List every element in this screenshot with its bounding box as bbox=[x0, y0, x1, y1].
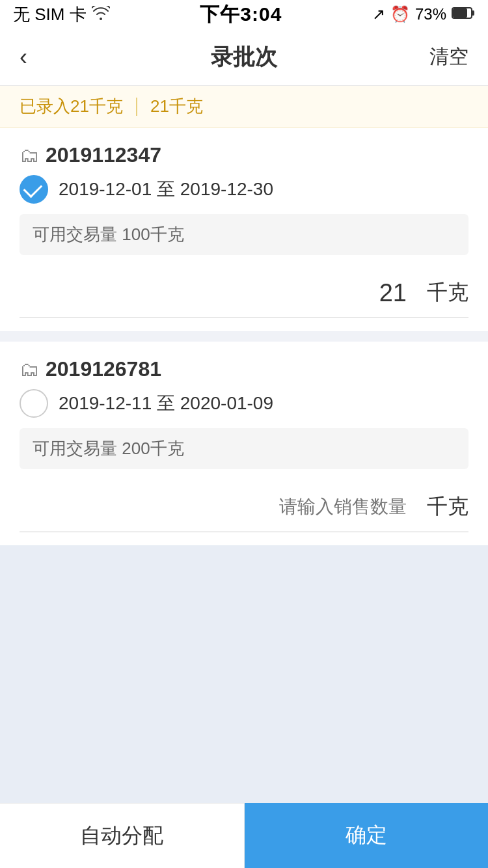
sim-label: 无 SIM 卡 bbox=[13, 3, 87, 26]
batch-id-2: 2019126781 bbox=[46, 357, 161, 381]
batch-date-1: 2019-12-01 至 2019-12-30 bbox=[59, 177, 273, 202]
info-banner: 已录入21千克 21千克 bbox=[0, 86, 488, 128]
batch-header-2: 🗂 2019126781 bbox=[20, 357, 468, 381]
quantity-input-1[interactable] bbox=[338, 279, 416, 307]
batch-item-2: 🗂 2019126781 2019-12-11 至 2020-01-09 可用交… bbox=[0, 342, 488, 469]
batch-card-1: 🗂 2019112347 2019-12-01 至 2019-12-30 可用交… bbox=[0, 128, 488, 331]
batch-row-2: 2019-12-11 至 2020-01-09 bbox=[20, 389, 468, 418]
quantity-unit-2: 千克 bbox=[427, 493, 468, 521]
card-separator bbox=[0, 331, 488, 342]
back-button[interactable]: ‹ bbox=[20, 44, 59, 71]
quantity-row-1: 千克 bbox=[0, 268, 488, 318]
battery-icon bbox=[452, 5, 475, 23]
card-bottom-pad-1 bbox=[0, 318, 488, 331]
svg-rect-2 bbox=[453, 8, 467, 18]
info-divider bbox=[136, 98, 137, 116]
nav-bar: ‹ 录批次 清空 bbox=[0, 29, 488, 86]
alarm-icon: ⏰ bbox=[390, 5, 410, 23]
card-bottom-pad-2 bbox=[0, 532, 488, 545]
batch-row-1: 2019-12-01 至 2019-12-30 bbox=[20, 175, 468, 204]
clear-button[interactable]: 清空 bbox=[429, 44, 468, 70]
batch-icon-1: 🗂 bbox=[20, 144, 39, 167]
batch-availability-2: 可用交易量 200千克 bbox=[20, 428, 468, 469]
status-left: 无 SIM 卡 bbox=[13, 3, 110, 26]
quantity-unit-1: 千克 bbox=[427, 278, 468, 307]
radio-2[interactable] bbox=[20, 389, 48, 418]
svg-rect-1 bbox=[472, 10, 474, 16]
status-time: 下午3:04 bbox=[200, 1, 282, 28]
battery-label: 73% bbox=[415, 5, 446, 23]
bottom-bar: 自动分配 确定 bbox=[0, 803, 488, 868]
quantity-input-2[interactable] bbox=[247, 496, 416, 517]
status-bar: 无 SIM 卡 下午3:04 ↗ ⏰ 73% bbox=[0, 0, 488, 29]
batch-card-2: 🗂 2019126781 2019-12-11 至 2020-01-09 可用交… bbox=[0, 342, 488, 545]
auto-distribute-button[interactable]: 自动分配 bbox=[0, 803, 245, 868]
confirm-button[interactable]: 确定 bbox=[245, 803, 489, 868]
status-right: ↗ ⏰ 73% bbox=[372, 5, 475, 23]
location-icon: ↗ bbox=[372, 5, 385, 23]
batch-header-1: 🗂 2019112347 bbox=[20, 143, 468, 167]
recorded-label: 已录入21千克 bbox=[20, 95, 123, 118]
wifi-icon bbox=[92, 5, 110, 25]
batch-availability-1: 可用交易量 100千克 bbox=[20, 214, 468, 255]
recorded-value: 21千克 bbox=[150, 95, 203, 118]
quantity-row-2: 千克 bbox=[0, 482, 488, 532]
batch-icon-2: 🗂 bbox=[20, 359, 39, 381]
page-content: 🗂 2019112347 2019-12-01 至 2019-12-30 可用交… bbox=[0, 128, 488, 868]
batch-item-1: 🗂 2019112347 2019-12-01 至 2019-12-30 可用交… bbox=[0, 128, 488, 255]
batch-id-1: 2019112347 bbox=[46, 143, 161, 167]
radio-1[interactable] bbox=[20, 175, 48, 204]
page-title: 录批次 bbox=[211, 42, 277, 72]
empty-area bbox=[0, 545, 488, 845]
batch-date-2: 2019-12-11 至 2020-01-09 bbox=[59, 391, 273, 416]
